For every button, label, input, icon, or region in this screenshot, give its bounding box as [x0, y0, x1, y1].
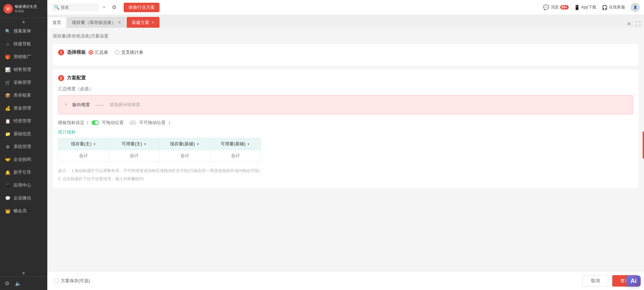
- body-cell-1: 合计: [109, 150, 160, 162]
- sidebar-label-guide: 新手引导: [14, 169, 31, 175]
- tab-new-scheme[interactable]: 新建方案 ✕: [127, 17, 159, 28]
- sidebar-label-member: 畅会员: [14, 208, 27, 214]
- speaker-icon[interactable]: 🔈: [15, 280, 22, 287]
- col-header-1[interactable]: 可用量(主) ▼: [109, 138, 160, 150]
- radio-summary[interactable]: 汇总表: [89, 49, 108, 55]
- sidebar-item-wechat[interactable]: 💬 企业微信: [0, 192, 47, 204]
- online-service-btn[interactable]: 🎧 在线客服: [602, 4, 625, 10]
- sidebar-item-marketing[interactable]: 🎁 营销推广: [0, 50, 47, 63]
- online-service-label: 在线客服: [609, 4, 625, 10]
- can-drag-label: 可拖动位置: [102, 120, 124, 126]
- chevron-1: ▼: [144, 142, 147, 146]
- tips-box: 提示： 1.拖动标题栏可以调整布局，不可跨维度或指标区域拖动栏目字段(只能在同一…: [58, 167, 633, 183]
- save-option[interactable]: 方案保存(可选): [54, 278, 90, 284]
- no-drag-badge: [129, 120, 137, 125]
- sidebar-label-operation: 经营管理: [14, 118, 31, 124]
- ai-badge[interactable]: Ai: [626, 275, 641, 287]
- radio-cross-label: 交叉统计表: [121, 49, 143, 55]
- topbar-right: 💬 消息 99+ 📱 App下载 🎧 在线客服 👤: [543, 3, 640, 12]
- messages-badge: 99+: [560, 5, 569, 9]
- step2-num: 2: [58, 75, 64, 81]
- dim-vertical-label: 纵向维度: [72, 102, 90, 108]
- settings-icon[interactable]: ⚙: [5, 280, 9, 287]
- sidebar-label-marketing: 营销推广: [14, 54, 31, 60]
- sidebar-logo-text-block: 畅捷通好生意 标准版: [15, 4, 37, 13]
- expand-icon[interactable]: ⛶: [635, 20, 641, 28]
- sidebar-item-guide[interactable]: 🔔 新手引导: [0, 166, 47, 179]
- sidebar-item-contract[interactable]: 🤝 企业协同: [0, 153, 47, 166]
- sidebar-item-operation[interactable]: 📋 经营管理: [0, 115, 47, 127]
- sidebar-item-finance[interactable]: 💰 资金管理: [0, 102, 47, 115]
- dimension-row: * 纵向维度 —— 请选择分组维度: [65, 102, 626, 108]
- main-area: 🔍 ▼ ⚙ 体验行业方案 💬 消息 99+ 📱 App下载 🎧 在线客服 👤: [47, 0, 644, 290]
- sidebar-label-system: 系统管理: [14, 144, 31, 150]
- stats-label: 统计指标: [58, 129, 633, 135]
- sidebar-item-inventory[interactable]: 📦 库存核算: [0, 89, 47, 102]
- cancel-button[interactable]: 取消: [583, 275, 608, 287]
- clipboard-icon: 📋: [5, 118, 11, 124]
- sidebar-scroll-down[interactable]: ▼: [0, 270, 47, 276]
- bottom-bar: 方案保存(可选) 取消 查询: [47, 271, 644, 290]
- chevron-down-icon: ▼: [102, 5, 106, 10]
- sidebar-item-basic-info[interactable]: 📁 基础信息: [0, 127, 47, 140]
- sidebar-label-contract: 企业协同: [14, 156, 31, 163]
- sidebar-item-purchase[interactable]: 🛒 采购管理: [0, 76, 47, 89]
- search-box[interactable]: 🔍: [51, 3, 99, 11]
- gift-icon: 🎁: [5, 54, 11, 60]
- step2-header: 2 方案配置: [58, 75, 633, 81]
- sidebar-item-member[interactable]: 👑 畅会员: [0, 204, 47, 217]
- phone-icon: 📱: [574, 5, 580, 10]
- gear-icon: ⚙: [5, 144, 11, 150]
- app-name: 畅捷通好生意: [15, 4, 37, 9]
- sidebar-item-quick-nav[interactable]: ⌂ 快捷导航: [0, 38, 47, 50]
- sidebar-label-wechat: 企业微信: [14, 195, 31, 201]
- step1-header: 1 选择模板 汇总表 交叉统计表: [58, 49, 633, 55]
- dim-placeholder[interactable]: 请选择分组维度: [109, 102, 140, 108]
- indicator-settings-row: 模板指标设定（ 可拖动位置 不可拖动位置 ）: [58, 120, 633, 126]
- mobile-icon: 📱: [5, 182, 11, 188]
- search-icon: 🔍: [5, 28, 11, 34]
- search-input[interactable]: [61, 5, 88, 10]
- save-checkbox[interactable]: [54, 279, 59, 283]
- required-mark: *: [65, 102, 67, 107]
- sidebar: 好 畅捷通好生意 标准版 ▲ 🔍 搜索菜单 ⌂ 快捷导航 🎁 营销推广 📊 销售…: [0, 0, 47, 290]
- can-drag-toggle[interactable]: [92, 120, 99, 125]
- sidebar-scroll-up[interactable]: ▲: [0, 18, 47, 25]
- col-header-0[interactable]: 现存量(主) ▼: [58, 138, 109, 150]
- sidebar-item-app-center[interactable]: 📱 应用中心: [0, 179, 47, 192]
- col-header-3[interactable]: 可用量(基辅) ▼: [210, 138, 261, 150]
- tab-inventory-status[interactable]: 现存量（库存状况表） ✕: [67, 17, 126, 28]
- box-icon: 📦: [5, 92, 11, 98]
- tab-inventory-label: 现存量（库存状况表）: [72, 20, 116, 26]
- stats-table-header: 现存量(主) ▼ 可用量(主) ▼ 现存量(基辅) ▼ 可用量(基辅): [58, 138, 261, 150]
- sidebar-item-system[interactable]: ⚙ 系统管理: [0, 140, 47, 153]
- tip-1: 提示： 1.拖动标题栏可以调整布局，不可跨维度或指标区域拖动栏目字段(只能在同一…: [58, 167, 633, 175]
- industry-btn[interactable]: 体验行业方案: [124, 3, 159, 12]
- col-header-2[interactable]: 现存量(基辅) ▼: [160, 138, 210, 150]
- money-icon: 💰: [5, 105, 11, 111]
- sidebar-item-search-menu[interactable]: 🔍 搜索菜单: [0, 25, 47, 38]
- tab-inventory-close[interactable]: ✕: [118, 20, 121, 25]
- stats-table: 现存量(主) ▼ 可用量(主) ▼ 现存量(基辅) ▼ 可用量(基辅): [58, 138, 261, 162]
- app-download-btn[interactable]: 📱 App下载: [574, 4, 596, 10]
- chevron-2: ▼: [196, 142, 200, 146]
- messages-btn[interactable]: 💬 消息 99+: [543, 4, 569, 10]
- body-cell-2: 合计: [160, 150, 210, 162]
- radio-cross[interactable]: 交叉统计表: [115, 49, 143, 55]
- tab-new-scheme-close[interactable]: ✕: [151, 20, 154, 25]
- app-version: 标准版: [15, 9, 37, 14]
- content-area: 现存量(库存状况表)方案设置 1 选择模板 汇总表 交叉统计表: [47, 28, 644, 271]
- topbar-gear-icon[interactable]: ⚙: [109, 3, 119, 12]
- close-panel-icon[interactable]: ✕: [626, 20, 632, 28]
- col-label-1: 可用量(主): [122, 141, 142, 147]
- chevron-3: ▼: [247, 142, 250, 146]
- sidebar-item-sales[interactable]: 📊 销售管理: [0, 63, 47, 76]
- tip-2: 2. 点击标题栏下拉可设置排序、插入列和删除列: [58, 175, 633, 183]
- handshake-icon: 🤝: [5, 156, 11, 163]
- message-icon: 💬: [543, 4, 549, 10]
- cart-icon: 🛒: [5, 79, 11, 86]
- sidebar-label-basic-info: 基础信息: [14, 131, 31, 137]
- search-icon-top: 🔍: [54, 5, 59, 10]
- tab-home[interactable]: 首页: [47, 17, 66, 28]
- user-avatar[interactable]: 👤: [630, 3, 640, 12]
